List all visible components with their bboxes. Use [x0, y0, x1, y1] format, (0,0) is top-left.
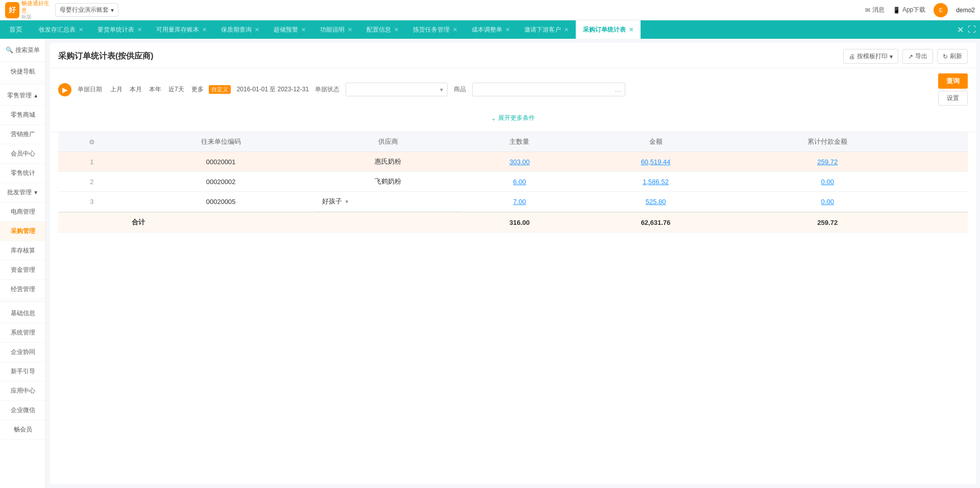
sidebar-item-retail-shop[interactable]: 零售商城 [0, 106, 45, 125]
close-icon[interactable]: ✕ [79, 27, 83, 33]
cell-paid[interactable]: 0.00 [732, 192, 923, 213]
sidebar-item-enterprise[interactable]: 企业协同 [0, 343, 45, 362]
tab-pihuo[interactable]: 拣货任务管理 ✕ [406, 20, 464, 39]
close-icon[interactable]: ✕ [453, 27, 457, 33]
cell-qty[interactable]: 303.00 [460, 152, 579, 172]
tab-caigou[interactable]: 采购订单统计表 ✕ [576, 20, 641, 39]
sidebar-item-newuser[interactable]: 新手引导 [0, 362, 45, 381]
tab-baoquan[interactable]: 保质期查询 ✕ [214, 20, 266, 39]
sidebar-item-marketing[interactable]: 营销推广 [0, 125, 45, 144]
cell-supplier: 好孩子 ▼ [316, 192, 460, 212]
date-range-value: 2016-01-01 至 2023-12-31 [237, 85, 309, 94]
sidebar-item-quick-nav[interactable]: 快捷导航 [0, 62, 45, 82]
close-icon[interactable]: ✕ [137, 27, 142, 33]
tab-yaohuo[interactable]: 要货单统计表 ✕ [90, 20, 149, 39]
close-icon[interactable]: ✕ [394, 27, 399, 33]
custom-badge[interactable]: 自定义 [209, 85, 231, 94]
cell-code: 00020005 [126, 192, 316, 213]
sidebar-item-member[interactable]: 会员中心 [0, 144, 45, 164]
sidebar-item-inventory[interactable]: 库存核算 [0, 241, 45, 261]
page-header: 采购订单统计表(按供应商) 🖨 按模板打印 ▾ ↗ 导出 ↻ 刷新 [50, 43, 976, 68]
sidebar-item-purchase[interactable]: 采购管理 [0, 222, 45, 241]
cell-paid[interactable]: 0.00 [732, 172, 923, 192]
data-table: ⚙ 往来单位编码 供应商 主数量 金额 累计付款金额 1 00020001 [58, 132, 968, 233]
content-area: 采购订单统计表(按供应商) 🖨 按模板打印 ▾ ↗ 导出 ↻ 刷新 [46, 39, 980, 488]
close-icon[interactable]: ✕ [202, 27, 207, 33]
shortcut-7days[interactable]: 近7天 [166, 84, 186, 95]
sidebar-item-system[interactable]: 系统管理 [0, 323, 45, 343]
close-icon[interactable]: ✕ [348, 27, 352, 33]
nav-tabs: 首页 收发存汇总表 ✕ 要货单统计表 ✕ 可用量库存账本 ✕ 保质期查询 ✕ 超… [0, 20, 980, 39]
shortcut-this-month[interactable]: 本月 [128, 84, 144, 95]
status-select[interactable]: ▾ [346, 83, 448, 96]
user-name[interactable]: demo2 [956, 7, 975, 14]
printer-icon: 🖨 [849, 53, 855, 60]
refresh-icon: ↻ [943, 53, 948, 60]
print-btn[interactable]: 🖨 按模板打印 ▾ [843, 49, 898, 64]
footer-extra [923, 212, 968, 233]
sidebar-item-retail[interactable]: 零售管理 ▲ [0, 86, 45, 106]
cell-amount[interactable]: 525.80 [579, 192, 732, 213]
close-icon[interactable]: ✕ [564, 27, 569, 33]
expand-more-btn[interactable]: ⌄ 展开更多条件 [491, 114, 535, 122]
cell-supplier: 飞鹤奶粉 [316, 172, 460, 192]
tab-gongneng[interactable]: 功能说明 ✕ [313, 20, 359, 39]
tab-chaochu[interactable]: 超储预警 ✕ [266, 20, 313, 39]
query-btn[interactable]: 查询 [938, 73, 968, 89]
status-label: 单据状态 [315, 85, 339, 94]
tab-shoufahui[interactable]: 收发存汇总表 ✕ [32, 20, 90, 39]
close-icon[interactable]: ✕ [629, 27, 633, 33]
row-num: 2 [58, 172, 126, 192]
close-icon[interactable]: ✕ [301, 27, 306, 33]
close-icon[interactable]: ✕ [505, 27, 510, 33]
shortcut-last-month[interactable]: 上月 [108, 84, 125, 95]
page-actions: 🖨 按模板打印 ▾ ↗ 导出 ↻ 刷新 [843, 49, 968, 64]
sidebar-item-wholesale[interactable]: 批发管理 ▼ [0, 183, 45, 202]
col-settings[interactable]: ⚙ [58, 132, 126, 152]
sidebar-search-area: 🔍 搜索菜单 [0, 39, 45, 62]
sidebar-item-retail-stat[interactable]: 零售统计 [0, 164, 45, 183]
date-label: 单据日期 [78, 85, 102, 94]
tab-yaoqing[interactable]: 邀请下游客户 ✕ [517, 20, 576, 39]
page-content: 采购订单统计表(按供应商) 🖨 按模板打印 ▾ ↗ 导出 ↻ 刷新 [50, 43, 976, 484]
settings-icon[interactable]: ⚙ [89, 138, 95, 146]
workspace-selector[interactable]: 母婴行业演示账套 ▾ [55, 3, 118, 17]
sidebar-item-wechat[interactable]: 企业微信 [0, 401, 45, 420]
logo-icon: 好 [5, 2, 19, 18]
settings-btn[interactable]: 设置 [938, 91, 968, 106]
tab-home[interactable]: 首页 [0, 20, 32, 39]
tab-keyongliang[interactable]: 可用量库存账本 ✕ [149, 20, 214, 39]
app-download-btn[interactable]: 📱 App下载 [893, 6, 925, 14]
cell-extra [923, 152, 968, 172]
sidebar-item-basic[interactable]: 基础信息 [0, 304, 45, 323]
tab-peizhi[interactable]: 配置信息 ✕ [359, 20, 406, 39]
shortcut-more[interactable]: 更多 [189, 84, 206, 95]
refresh-btn[interactable]: ↻ 刷新 [937, 49, 968, 64]
search-menu-btn[interactable]: 🔍 搜索菜单 [3, 43, 42, 58]
expand-icon[interactable]: ▼ [344, 199, 349, 204]
export-btn[interactable]: ↗ 导出 [902, 49, 933, 64]
filter-toggle-btn[interactable]: ▶ [58, 83, 71, 96]
table-header-row: ⚙ 往来单位编码 供应商 主数量 金额 累计付款金额 [58, 132, 968, 152]
sidebar-item-vip[interactable]: 畅会员 [0, 420, 45, 440]
chevron-icon: ▲ [33, 93, 38, 98]
close-icon[interactable]: ✕ [255, 27, 259, 33]
cell-qty[interactable]: 6.00 [460, 172, 579, 192]
sidebar-item-finance[interactable]: 资金管理 [0, 261, 45, 280]
sidebar-item-operation[interactable]: 经营管理 [0, 280, 45, 299]
cell-paid[interactable]: 259.72 [732, 152, 923, 172]
cell-extra [923, 172, 968, 192]
chevron-down-icon: ▾ [440, 86, 443, 93]
cell-amount[interactable]: 1,586.52 [579, 172, 732, 192]
sidebar-item-appcenter[interactable]: 应用中心 [0, 381, 45, 401]
chevron-down-icon: ▾ [890, 53, 893, 60]
cell-qty[interactable]: 7.00 [460, 192, 579, 213]
cell-amount[interactable]: 60,519.44 [579, 152, 732, 172]
message-btn[interactable]: ✉ 消息 [865, 6, 885, 14]
sidebar-item-ecommerce[interactable]: 电商管理 [0, 202, 45, 222]
close-window-icon[interactable]: ✕ [957, 25, 964, 35]
goods-input[interactable]: … [472, 83, 625, 96]
maximize-icon[interactable]: ⛶ [968, 25, 976, 34]
shortcut-this-year[interactable]: 本年 [147, 84, 163, 95]
tab-chengben[interactable]: 成本调整单 ✕ [464, 20, 517, 39]
